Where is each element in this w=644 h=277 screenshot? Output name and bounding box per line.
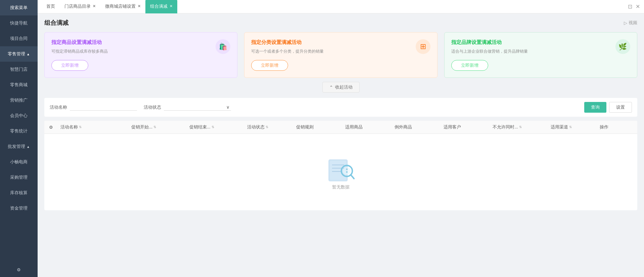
sort-status-icon: ⇅ (266, 125, 268, 129)
retail-arrow-icon: ▲ (27, 52, 30, 56)
card-brand-desc: 适合与上游企业联合做营销，提升品牌销量 (451, 48, 630, 55)
filter-name-item: 活动名称 (50, 104, 137, 111)
th-nodup[interactable]: 不允许同时... ⇅ (490, 121, 548, 133)
tabbar: 首页 门店商品目录 ✕ 微商城店铺设置 ✕ 组合满减 ✕ ⊡ ✕ (38, 0, 644, 13)
empty-text: 暂无数据 (332, 184, 350, 190)
video-play-icon: ▷ (624, 20, 627, 25)
card-category-title: 指定分类设置满减活动 (251, 39, 430, 46)
table-gear-icon: ⚙ (49, 125, 53, 130)
wholesale-arrow-icon: ▲ (27, 145, 30, 149)
sidebar-item-marketing[interactable]: 营销推广 (0, 93, 38, 108)
card-category-desc: 可选一个或者多个分类，提升分类的销量 (251, 48, 430, 55)
th-name[interactable]: 活动名称 ⇅ (58, 121, 129, 133)
th-start[interactable]: 促销开始... ⇅ (129, 121, 186, 133)
tab-combo-discount-close[interactable]: ✕ (170, 4, 173, 8)
collapse-icon: ⌃ (329, 85, 333, 90)
tab-home[interactable]: 首页 (42, 0, 60, 13)
sidebar-item-smartstore[interactable]: 智慧门店 (0, 62, 38, 77)
query-button[interactable]: 查询 (584, 102, 606, 113)
sort-nodup-icon: ⇅ (519, 125, 522, 129)
filter-status-label: 活动状态 (144, 104, 161, 110)
th-status[interactable]: 活动状态 ⇅ (244, 121, 293, 133)
card-product: 🛍️ 指定商品设置满减活动 可指定滞销商品或库存较多商品 立即新增 (44, 32, 237, 78)
card-product-add-button[interactable]: 立即新增 (51, 60, 88, 71)
close-window-icon[interactable]: ✕ (636, 3, 640, 10)
sidebar-item-retailstat[interactable]: 零售统计 (0, 123, 38, 139)
setting-button[interactable]: 设置 (609, 102, 632, 113)
collapse-activities-button[interactable]: ⌃ 收起活动 (322, 82, 360, 93)
tab-product-catalog-close[interactable]: ✕ (93, 4, 96, 8)
card-brand-icon: 🌿 (615, 39, 630, 54)
tab-wechat-settings-close[interactable]: ✕ (138, 4, 141, 8)
filter-status-select[interactable]: ∨ (164, 104, 231, 111)
sidebar-item-quicknav[interactable]: 快捷导航 (0, 15, 38, 31)
th-action: 操作 (597, 121, 637, 133)
page-header: 组合满减 ▷ 视频 (44, 19, 637, 27)
tab-product-catalog[interactable]: 门店商品目录 ✕ (60, 0, 100, 13)
tab-wechat-settings[interactable]: 微商城店铺设置 ✕ (100, 0, 145, 13)
empty-state-illustration (324, 154, 358, 184)
filter-status-value (165, 105, 189, 110)
sidebar-item-member[interactable]: 会员中心 (0, 108, 38, 123)
filter-name-input[interactable] (70, 104, 137, 111)
sidebar-item-search[interactable]: 搜索菜单 (0, 0, 38, 15)
page-title: 组合满减 (44, 19, 68, 27)
th-exclude: 例外商品 (392, 121, 441, 133)
svg-point-6 (343, 167, 351, 175)
chevron-down-icon: ∨ (226, 105, 230, 110)
sort-end-icon: ⇅ (212, 125, 214, 129)
filter-name-label: 活动名称 (50, 104, 67, 110)
table-header: ⚙ 活动名称 ⇅ 促销开始... ⇅ 促销结束... ⇅ 活动状态 ⇅ (44, 121, 637, 134)
tab-combo-discount[interactable]: 组合满减 ✕ (145, 0, 177, 13)
main-area: 首页 门店商品目录 ✕ 微商城店铺设置 ✕ 组合满减 ✕ ⊡ ✕ 组合满减 ▷ … (38, 0, 644, 277)
sidebar-item-retailmall[interactable]: 零售商城 (0, 77, 38, 93)
card-product-title: 指定商品设置满减活动 (51, 39, 230, 46)
th-goods: 适用商品 (342, 121, 392, 133)
card-brand-title: 指定品牌设置满减活动 (451, 39, 630, 46)
sidebar-item-purchase[interactable]: 采购管理 (0, 170, 38, 185)
card-brand-add-button[interactable]: 立即新增 (451, 60, 488, 71)
sidebar-item-inventory[interactable]: 库存核算 (0, 185, 38, 201)
sidebar: 搜索菜单 快捷导航 项目合同 零售管理 ▲ 智慧门店 零售商城 营销推广 会员中… (0, 0, 38, 277)
tabbar-controls: ⊡ ✕ (628, 3, 640, 10)
page-content: 组合满减 ▷ 视频 🛍️ 指定商品设置满减活动 可指定滞销商品或库存较多商品 立… (38, 13, 644, 277)
card-category: ⊞ 指定分类设置满减活动 可选一个或者多个分类，提升分类的销量 立即新增 (244, 32, 437, 78)
svg-point-8 (346, 169, 348, 170)
video-link[interactable]: ▷ 视频 (624, 20, 637, 26)
sort-channel-icon: ⇅ (569, 125, 572, 129)
svg-line-7 (351, 175, 354, 178)
th-channel[interactable]: 适用渠道 ⇅ (548, 121, 597, 133)
card-brand: 🌿 指定品牌设置满减活动 适合与上游企业联合做营销，提升品牌销量 立即新增 (444, 32, 637, 78)
filter-status-item: 活动状态 ∨ (144, 104, 231, 111)
table-wrap: ⚙ 活动名称 ⇅ 促销开始... ⇅ 促销结束... ⇅ 活动状态 ⇅ (44, 121, 637, 210)
th-customer: 适用客户 (441, 121, 490, 133)
sort-start-icon: ⇅ (153, 125, 156, 129)
th-end[interactable]: 促销结束... ⇅ (187, 121, 244, 133)
gear-icon: ⚙ (17, 267, 21, 272)
card-category-add-button[interactable]: 立即新增 (251, 60, 288, 71)
sidebar-item-contract[interactable]: 项目合同 (0, 31, 38, 46)
sidebar-item-finance[interactable]: 资金管理 (0, 201, 38, 216)
card-category-icon: ⊞ (416, 39, 430, 54)
card-product-icon: 🛍️ (216, 39, 230, 54)
sidebar-item-retail[interactable]: 零售管理 ▲ (0, 46, 38, 62)
cards-row: 🛍️ 指定商品设置满减活动 可指定滞销商品或库存较多商品 立即新增 ⊞ 指定分类… (44, 32, 637, 78)
filter-row: 活动名称 活动状态 ∨ 查询 设置 (44, 98, 637, 117)
collapse-bar: ⌃ 收起活动 (44, 82, 637, 93)
restore-window-icon[interactable]: ⊡ (628, 3, 632, 10)
sidebar-settings[interactable]: ⚙ (0, 263, 38, 277)
th-rule: 促销规则 (293, 121, 342, 133)
card-product-desc: 可指定滞销商品或库存较多商品 (51, 48, 230, 55)
svg-point-9 (346, 171, 348, 173)
th-gear[interactable]: ⚙ (44, 121, 58, 133)
sidebar-item-xiaochang[interactable]: 小畅电商 (0, 154, 38, 170)
sort-name-icon: ⇅ (79, 125, 82, 129)
sidebar-item-wholesale[interactable]: 批发管理 ▲ (0, 139, 38, 154)
filter-buttons: 查询 设置 (584, 102, 632, 113)
empty-state: 暂无数据 (44, 134, 637, 210)
